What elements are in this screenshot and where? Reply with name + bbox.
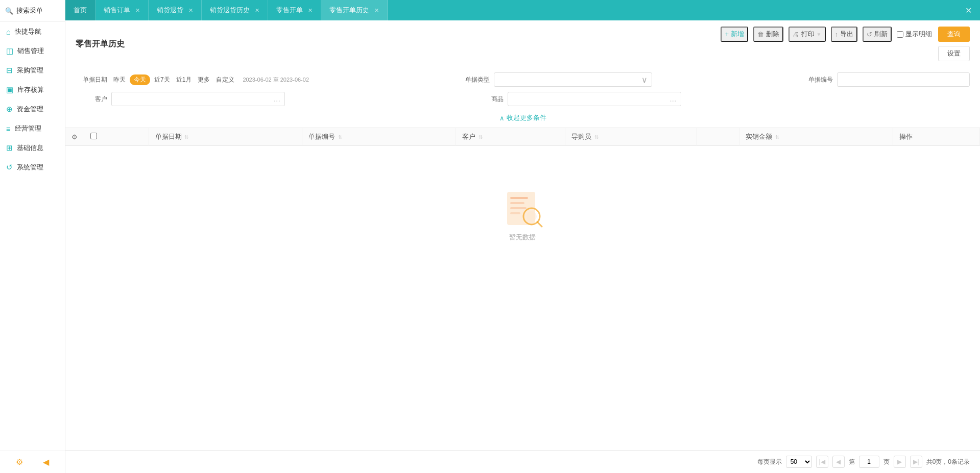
display-detail-checkbox[interactable] [897, 31, 903, 38]
table-col-action-label: 操作 [899, 133, 913, 140]
next-page-btn[interactable]: ▶ [894, 456, 906, 468]
table-col-date: 单据日期 ⇅ [149, 128, 302, 146]
date-opt-last-month[interactable]: 近1月 [174, 74, 194, 85]
pagination-bar: 每页显示 10 20 50 100 |◀ ◀ 第 页 ▶ ▶| 共0页，0条记录 [65, 450, 980, 473]
tab-sales-order-close[interactable]: ✕ [135, 7, 140, 14]
print-button[interactable]: 🖨 打印 ▼ [788, 27, 826, 42]
tab-sales-return-history-close[interactable]: ✕ [255, 7, 259, 14]
svg-rect-1 [510, 197, 528, 199]
delete-button-label: 删除 [766, 30, 779, 39]
collapse-filter-row[interactable]: ∧ 收起更多条件 [76, 111, 970, 128]
sidebar-item-finance[interactable]: ⊕ 资金管理 [0, 99, 65, 119]
per-page-select[interactable]: 10 20 50 100 [786, 456, 812, 468]
export-button[interactable]: ↑ 导出 [831, 27, 858, 42]
page-title: 零售开单历史 [76, 39, 125, 49]
goods-dots-icon[interactable]: ... [670, 94, 676, 104]
sidebar-item-label: 库存核算 [17, 85, 44, 94]
sidebar-item-label: 资金管理 [17, 105, 43, 114]
table-col-customer: 客户 ⇅ [456, 128, 565, 146]
query-setting-buttons: 查询 设置 [938, 27, 970, 61]
table-col-no: 单据编号 ⇅ [302, 128, 456, 146]
sidebar-search[interactable]: 🔍 搜索采单 [0, 0, 65, 22]
sidebar-item-inventory[interactable]: ▣ 库存核算 [0, 80, 65, 99]
toolbar-area: + 新增 🗑 删除 🖨 打印 ▼ ↑ 导出 [721, 27, 970, 61]
tab-sales-return[interactable]: 销货退货 ✕ [149, 0, 202, 20]
display-detail-toggle[interactable]: 显示明细 [897, 30, 932, 39]
svg-point-6 [527, 211, 537, 221]
table-col-guide-label: 导购员 [571, 133, 591, 140]
no-sort-icon[interactable]: ⇅ [338, 134, 342, 140]
base-info-icon: ⊞ [6, 143, 13, 153]
delete-button[interactable]: 🗑 删除 [753, 27, 783, 42]
svg-rect-4 [510, 212, 520, 214]
sidebar-item-operations[interactable]: ≡ 经营管理 [0, 119, 65, 138]
display-detail-label-text: 显示明细 [905, 30, 932, 39]
table-col-checkbox [84, 128, 149, 146]
amount-sort-icon[interactable]: ⇅ [775, 134, 779, 140]
bill-type-select[interactable]: ∨ [494, 72, 652, 87]
customer-input[interactable] [116, 95, 274, 103]
sidebar-item-base-info[interactable]: ⊞ 基础信息 [0, 138, 65, 158]
table-settings-icon[interactable]: ⚙ [71, 133, 78, 141]
collapse-sidebar-icon[interactable]: ◀ [43, 457, 49, 467]
operations-icon: ≡ [6, 125, 11, 133]
page-number-input[interactable] [859, 456, 879, 468]
bill-type-chevron-icon: ∨ [641, 75, 648, 85]
first-page-btn[interactable]: |◀ [816, 456, 828, 468]
bill-no-input[interactable] [842, 76, 965, 83]
date-opt-last7[interactable]: 近7天 [152, 74, 172, 85]
tabs-bar: 首页 销售订单 ✕ 销货退货 ✕ 销货退货历史 ✕ 零售开单 ✕ 零售开单历史 … [65, 0, 980, 20]
sidebar-item-purchase-mgmt[interactable]: ⊟ 采购管理 [0, 61, 65, 80]
date-opt-today[interactable]: 今天 [130, 74, 150, 85]
customer-dots-icon[interactable]: ... [274, 94, 280, 104]
table-col-middle [697, 128, 739, 146]
date-filter-label: 单据日期 [76, 76, 111, 84]
search-icon: 🔍 [5, 7, 13, 15]
tab-retail-open-history-close[interactable]: ✕ [374, 7, 379, 14]
date-opt-more[interactable]: 更多 [196, 74, 212, 85]
sidebar-item-quick-nav[interactable]: ⌂ 快捷导航 [0, 22, 65, 41]
filter-area: 单据日期 昨天 今天 近7天 近1月 更多 自定义 2023-06-02 至 2… [76, 67, 970, 128]
bill-type-label: 单据类型 [458, 76, 494, 84]
print-chevron-icon: ▼ [817, 32, 822, 37]
bill-no-label: 单据编号 [801, 76, 837, 84]
customer-sort-icon[interactable]: ⇅ [479, 134, 483, 140]
guide-sort-icon[interactable]: ⇅ [594, 134, 599, 140]
tab-sales-return-history[interactable]: 销货退货历史 ✕ [202, 0, 268, 20]
empty-illustration [497, 187, 548, 233]
date-sort-icon[interactable]: ⇅ [184, 134, 188, 140]
last-page-btn[interactable]: ▶| [910, 456, 922, 468]
export-icon: ↑ [835, 31, 839, 38]
sales-icon: ◫ [6, 46, 13, 56]
date-opt-custom[interactable]: 自定义 [214, 74, 236, 85]
page-title-row: 零售开单历史 + 新增 🗑 删除 🖨 打印 ▼ [76, 27, 970, 61]
tab-home[interactable]: 首页 [65, 0, 95, 20]
settings-bottom-icon[interactable]: ⚙ [16, 457, 23, 467]
tab-retail-open[interactable]: 零售开单 ✕ [268, 0, 321, 20]
sidebar-item-label: 系统管理 [17, 163, 43, 172]
table-col-customer-label: 客户 [462, 133, 475, 140]
window-close-btn[interactable]: ✕ [965, 0, 980, 20]
goods-input[interactable] [512, 95, 670, 103]
tab-sales-order[interactable]: 销售订单 ✕ [95, 0, 149, 20]
inventory-icon: ▣ [6, 85, 13, 94]
tab-sales-return-close[interactable]: ✕ [188, 7, 193, 14]
sidebar-item-system[interactable]: ↺ 系统管理 [0, 158, 65, 177]
setting-button[interactable]: 设置 [938, 46, 970, 61]
date-opt-yesterday[interactable]: 昨天 [111, 74, 128, 85]
select-all-checkbox[interactable] [90, 133, 97, 139]
sidebar-item-sales-mgmt[interactable]: ◫ 销售管理 [0, 41, 65, 61]
query-button[interactable]: 查询 [938, 27, 970, 42]
bill-no-input-wrap [837, 72, 970, 87]
collapse-label: 收起更多条件 [507, 113, 546, 122]
finance-icon: ⊕ [6, 105, 13, 114]
tab-retail-open-history[interactable]: 零售开单历史 ✕ [321, 0, 388, 20]
add-button[interactable]: + 新增 [721, 27, 748, 42]
goods-input-wrap: ... [508, 92, 681, 106]
tab-retail-open-close[interactable]: ✕ [308, 7, 313, 14]
empty-state-row: 暂无数据 [65, 146, 980, 283]
refresh-button[interactable]: ↺ 刷新 [863, 27, 892, 42]
print-button-label: 打印 [801, 30, 815, 39]
prev-page-btn[interactable]: ◀ [832, 456, 845, 468]
tab-sales-order-label: 销售订单 [104, 6, 130, 15]
